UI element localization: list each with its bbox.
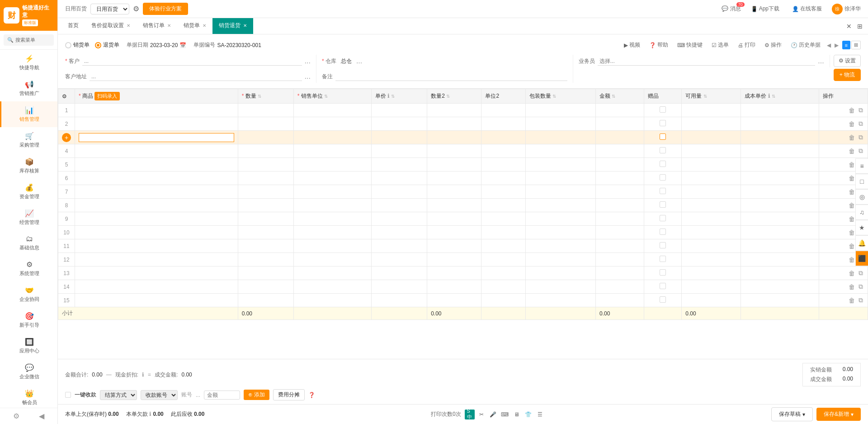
topbar-settings-icon[interactable]: ⚙ (133, 5, 139, 13)
tab-price-settings[interactable]: 售价提取设置 ✕ (85, 18, 137, 34)
tab-home[interactable]: 首页 (61, 18, 85, 34)
tab-sales-bill-close-icon[interactable]: ✕ (203, 23, 206, 28)
right-panel-item-7[interactable]: ⬛ (855, 251, 868, 266)
row-unit[interactable] (293, 131, 371, 144)
row-cost[interactable] (741, 117, 819, 131)
shortcut-button[interactable]: ⌨ 快捷键 (675, 40, 705, 50)
row-available[interactable] (682, 104, 741, 117)
row-price[interactable] (371, 104, 427, 117)
col-settings-header[interactable]: ⚙ (58, 89, 75, 104)
tab-sales-return-close-icon[interactable]: ✕ (243, 23, 247, 28)
cost-sort-icon[interactable]: ⇅ (772, 94, 775, 99)
sidebar-item-basic[interactable]: 🗂 基础信息 (0, 230, 57, 256)
row-pkg[interactable] (525, 131, 596, 144)
row-available[interactable] (682, 117, 741, 131)
tool-icon-4[interactable]: ⌨ (500, 410, 510, 419)
delete-row-button[interactable]: 🗑 (848, 105, 856, 115)
tool-icon-6[interactable]: 👕 (524, 410, 533, 419)
right-panel-item-6[interactable]: 🔔 (855, 235, 868, 251)
logistics-button[interactable]: + 物流 (834, 69, 861, 81)
salesperson-dots-icon[interactable]: ... (818, 57, 824, 65)
search-menu-button[interactable]: 🔍 搜索菜单 (4, 34, 54, 46)
right-panel-item-3[interactable]: ◎ (855, 189, 868, 205)
delete-row-button[interactable]: 🗑 (848, 241, 856, 251)
calendar-icon[interactable]: 📅 (179, 42, 186, 48)
list-view-button[interactable]: ≡ (842, 41, 850, 49)
online-service-button[interactable]: 👤 在线客服 (789, 4, 825, 14)
select-order-button[interactable]: ☑ 选单 (709, 40, 731, 50)
user-menu[interactable]: 徐 徐泽华 (832, 4, 861, 14)
fee-help-icon[interactable]: ❓ (308, 392, 315, 398)
row-product[interactable] (75, 117, 238, 131)
trial-solution-button[interactable]: 体验行业方案 (143, 3, 188, 15)
sidebar-item-apps[interactable]: 🔲 应用中心 (0, 333, 57, 359)
sidebar-collapse-button[interactable]: ◀ (39, 412, 44, 420)
delete-row-button[interactable]: 🗑 (848, 295, 856, 305)
row-product[interactable] (75, 104, 238, 117)
sidebar-settings-button[interactable]: ⚙ (13, 412, 19, 420)
right-panel-item-4[interactable]: ♫ (855, 205, 868, 220)
add-payment-button[interactable]: ⊕ 添加 (244, 390, 269, 400)
delete-row-button[interactable]: 🗑 (848, 173, 856, 183)
row-gift[interactable] (644, 131, 682, 144)
salesperson-input[interactable] (598, 57, 816, 66)
row-quantity[interactable] (238, 131, 293, 144)
row-cost[interactable] (741, 131, 819, 144)
row-cost[interactable] (741, 104, 819, 117)
payment-amount-input[interactable] (204, 391, 240, 400)
amount-sort-icon[interactable]: ⇅ (612, 94, 615, 99)
sidebar-item-wechat[interactable]: 💬 企业微信 (0, 359, 57, 385)
copy-row-button[interactable]: ⧉ (858, 146, 864, 156)
sidebar-item-operations[interactable]: 📈 经营管理 (0, 205, 57, 230)
one-key-pay-checkbox[interactable] (65, 392, 71, 398)
delete-row-button[interactable]: 🗑 (848, 133, 856, 142)
tab-sales-order[interactable]: 销售订单 ✕ (137, 18, 177, 34)
row-product[interactable] (75, 131, 238, 144)
qty-sort-icon[interactable]: ⇅ (258, 94, 261, 99)
row-gift[interactable] (644, 117, 682, 131)
copy-row-button[interactable]: ⧉ (858, 105, 864, 115)
row-available[interactable] (682, 131, 741, 144)
price-sort-icon[interactable]: ⇅ (391, 94, 395, 99)
tab-sales-return[interactable]: 销货退货 ✕ (212, 18, 253, 34)
breadcrumb-select[interactable]: 日用百货 (90, 4, 129, 14)
row-amount[interactable] (596, 104, 644, 117)
sidebar-item-enterprise[interactable]: 🤝 企业协同 (0, 281, 57, 307)
row-price[interactable] (371, 117, 427, 131)
unit-sort-icon[interactable]: ⇅ (324, 94, 328, 99)
price-info-icon[interactable]: ℹ (387, 93, 390, 99)
qty2-sort-icon[interactable]: ⇅ (446, 94, 450, 99)
print-button[interactable]: 🖨 打印 (735, 40, 758, 50)
available-sort-icon[interactable]: ⇅ (703, 94, 707, 99)
row-qty2[interactable] (427, 104, 481, 117)
row-qty2[interactable] (427, 117, 481, 131)
right-panel-item-5[interactable]: ★ (855, 220, 868, 235)
tool-icon-1[interactable]: S中 (465, 410, 475, 419)
customer-dots-icon[interactable]: ... (305, 57, 311, 65)
copy-row-button[interactable]: ⧉ (858, 268, 864, 278)
row-amount[interactable] (596, 117, 644, 131)
settlement-method-select[interactable]: 结算方式 (100, 390, 137, 400)
row-unit2[interactable] (481, 104, 525, 117)
row-unit2[interactable] (481, 117, 525, 131)
row-price[interactable] (371, 131, 427, 144)
sidebar-item-member[interactable]: 👑 畅会员 (0, 385, 57, 408)
sidebar-item-system[interactable]: ⚙ 系统管理 (0, 256, 57, 281)
delete-row-button[interactable]: 🗑 (848, 228, 856, 237)
radio-return-bill[interactable]: 退货单 (95, 41, 119, 49)
save-new-button[interactable]: 保存&新增 ▾ (816, 408, 861, 421)
sidebar-item-marketing[interactable]: 📢 营销推广 (0, 76, 57, 101)
operation-button[interactable]: ⚙ 操作 (762, 40, 784, 50)
tabs-expand-button[interactable]: ⊞ (855, 22, 864, 31)
sidebar-item-shortcut[interactable]: ⚡ 快捷导航 (0, 50, 57, 76)
tool-icon-5[interactable]: 🖥 (512, 410, 522, 419)
settings-button[interactable]: ⚙ 设置 (834, 55, 861, 67)
delete-row-button[interactable]: 🗑 (848, 255, 856, 264)
tab-sales-bill[interactable]: 销货单 ✕ (177, 18, 212, 34)
row-unit[interactable] (293, 117, 371, 131)
delete-row-button[interactable]: 🗑 (848, 187, 856, 196)
row-pkg[interactable] (525, 104, 596, 117)
delete-row-button[interactable]: 🗑 (848, 160, 856, 169)
notes-input[interactable] (335, 72, 567, 81)
tool-icon-2[interactable]: ✂ (476, 410, 486, 419)
